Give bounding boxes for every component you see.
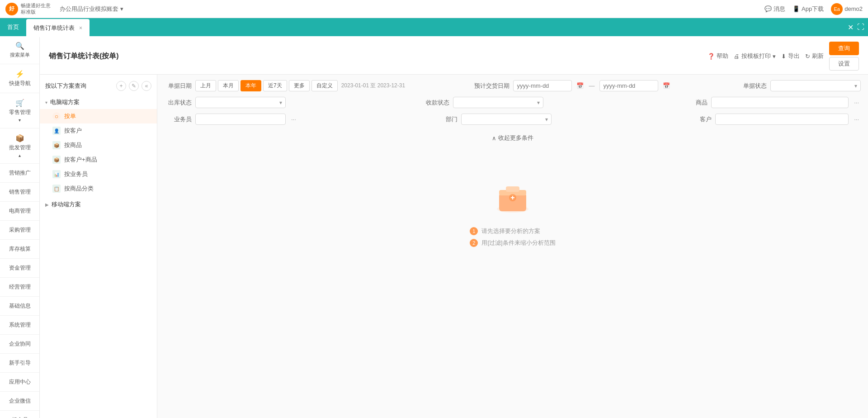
sidebar-item-system[interactable]: 系统管理: [0, 316, 39, 335]
salesperson-input[interactable]: [195, 114, 286, 125]
sidebar-item-retail[interactable]: 🛒 零售管理 ▾: [0, 93, 39, 128]
sidebar-item-basic[interactable]: 基础信息: [0, 297, 39, 316]
empty-icon: [490, 173, 535, 218]
sidebar-item-wechat[interactable]: 企业微信: [0, 392, 39, 411]
date-btn-lastmonth[interactable]: 上月: [195, 80, 216, 91]
customer-input[interactable]: [715, 114, 849, 125]
sidebar-item-marketing[interactable]: 营销推广: [0, 164, 39, 183]
set-button[interactable]: 设置: [829, 57, 859, 71]
refresh-button[interactable]: ↻ 刷新: [805, 52, 824, 60]
payment-status-label: 收款状态: [422, 99, 449, 107]
edit-scheme-button[interactable]: ✎: [129, 81, 139, 91]
date-btn-more[interactable]: 更多: [289, 80, 310, 91]
sidebar-item-inventory[interactable]: 库存核算: [0, 240, 39, 259]
chevron-down-icon: ▾: [120, 5, 123, 12]
main: 🔍 帮助 搜索菜单 ⚡ 快捷导航 🛒 零售管理 ▾ 📦 批发管理 ▴ 营销推广 …: [0, 36, 868, 418]
date-btn-thisyear[interactable]: 本年: [241, 80, 261, 91]
goods-input[interactable]: [711, 97, 849, 108]
mobile-arrow-icon: ▶: [45, 202, 49, 207]
hint-num-2: 2: [470, 239, 478, 247]
help-button[interactable]: ❓ 帮助: [708, 52, 728, 60]
tab-expand-icon[interactable]: ⛶: [857, 23, 864, 32]
goods-ellipsis-icon[interactable]: ···: [852, 99, 861, 106]
calendar-start-icon[interactable]: 📅: [576, 82, 584, 89]
filter-row-date: 单据日期 上月 本月 本年 近7天 更多 自定义 2023-01-01 至 20…: [165, 80, 861, 91]
date-btn-custom[interactable]: 自定义: [311, 80, 338, 91]
date-btn-7days[interactable]: 近7天: [263, 80, 287, 91]
message-icon: 💬: [764, 5, 772, 12]
export-button[interactable]: ⬇ 导出: [781, 52, 800, 60]
inner-layout: 按以下方案查询 + ✎ « ▾ 电脑端方案 ○ 按单: [40, 75, 868, 418]
scheme-item-by-customer-goods[interactable]: 📦 按客户+商品: [40, 152, 157, 167]
print-button[interactable]: 🖨 按模板打印 ▾: [734, 52, 776, 60]
dept-label: 部门: [430, 115, 458, 124]
sidebar: 🔍 帮助 搜索菜单 ⚡ 快捷导航 🛒 零售管理 ▾ 📦 批发管理 ▴ 营销推广 …: [0, 36, 40, 418]
collapse-panel-button[interactable]: «: [142, 81, 151, 91]
collapse-button[interactable]: ∧ 收起更多条件: [165, 130, 861, 146]
tab-home[interactable]: 首页: [0, 18, 26, 36]
sidebar-item-sales[interactable]: 销售管理: [0, 183, 39, 202]
filter-row-status: 出库状态 收款状态 商品: [165, 97, 861, 108]
tab-close-window-icon[interactable]: ✕: [848, 23, 854, 32]
sidebar-item-finance[interactable]: 资金管理: [0, 259, 39, 278]
export-icon: ⬇: [781, 53, 786, 60]
tab-close-icon[interactable]: ×: [79, 25, 82, 31]
customer-ellipsis-icon[interactable]: ···: [852, 116, 861, 123]
category-arrow-icon: ▾: [45, 100, 47, 105]
sidebar-item-apps[interactable]: 应用中心: [0, 373, 39, 392]
date-dash: —: [589, 82, 595, 89]
sidebar-item-operations[interactable]: 经营管理: [0, 278, 39, 297]
pc-scheme-category[interactable]: ▾ 电脑端方案: [40, 95, 157, 109]
scheme-icon-goods: 📦: [52, 141, 61, 149]
avatar: Ea: [831, 3, 843, 15]
hint-num-1: 1: [470, 227, 478, 235]
quicknav-icon: ⚡: [15, 70, 24, 78]
wholesale-icon: 📦: [15, 134, 24, 142]
hint-item-1: 1 请先选择要分析的方案: [470, 227, 555, 235]
sidebar-item-wholesale[interactable]: 📦 批发管理 ▴: [0, 128, 39, 164]
calendar-end-icon[interactable]: 📅: [663, 82, 670, 89]
delivery-date-label: 预计交货日期: [474, 82, 509, 90]
page-header: 销售订单统计表(按单) ❓ 帮助 🖨 按模板打印 ▾ ⬇ 导出 ↻ 刷新: [40, 36, 868, 75]
date-buttons: 上月 本月 本年 近7天 更多 自定义: [195, 80, 338, 91]
sidebar-item-quicknav[interactable]: ⚡ 快捷导航: [0, 64, 39, 93]
scheme-item-by-goods[interactable]: 📦 按商品: [40, 138, 157, 152]
scheme-item-by-salesperson[interactable]: 📊 按业务员: [40, 167, 157, 181]
sidebar-item-ecommerce[interactable]: 电商管理: [0, 202, 39, 221]
message-button[interactable]: 💬 消息: [764, 5, 785, 13]
tab-sales-stat[interactable]: 销售订单统计表 ×: [26, 19, 90, 37]
sidebar-item-purchase[interactable]: 采购管理: [0, 221, 39, 240]
query-button[interactable]: 查询: [829, 42, 859, 55]
delivery-status-select-wrap: [195, 97, 286, 108]
delivery-status-select[interactable]: [195, 97, 286, 108]
scheme-icon-customer-goods: 📦: [52, 156, 61, 164]
collapse-icon: ∧: [492, 135, 496, 142]
scheme-icon-order: ○: [52, 112, 61, 120]
delivery-date-end[interactable]: [599, 80, 658, 91]
left-panel-actions: + ✎ «: [116, 81, 151, 91]
delivery-date-start[interactable]: [513, 80, 572, 91]
scheme-item-by-order[interactable]: ○ 按单: [40, 109, 157, 124]
action-buttons: 查询 设置: [829, 42, 859, 71]
right-panel: 单据日期 上月 本月 本年 近7天 更多 自定义 2023-01-01 至 20…: [157, 75, 868, 418]
add-scheme-button[interactable]: +: [116, 81, 126, 91]
sidebar-item-newuser[interactable]: 新手引导: [0, 354, 39, 373]
sidebar-item-member[interactable]: 畅会员: [0, 411, 39, 418]
page-title: 销售订单统计表(按单): [49, 52, 119, 61]
salesperson-label: 业务员: [165, 115, 192, 124]
salesperson-ellipsis-icon[interactable]: ···: [289, 116, 298, 123]
doc-status-select[interactable]: [770, 80, 861, 91]
sidebar-item-corp[interactable]: 企业协同: [0, 335, 39, 354]
mobile-scheme-section[interactable]: ▶ 移动端方案: [40, 198, 157, 211]
date-btn-thismonth[interactable]: 本月: [218, 80, 239, 91]
user-menu[interactable]: Ea demo2: [831, 3, 863, 15]
filter-row-person: 业务员 ··· 部门 客户 ···: [165, 114, 861, 125]
dept-select[interactable]: [461, 114, 552, 125]
hint-item-2: 2 用[过滤]条件来缩小分析范围: [470, 239, 555, 247]
app-download-button[interactable]: 📱 App下载: [793, 5, 824, 13]
scheme-item-by-category[interactable]: 📋 按商品分类: [40, 181, 157, 196]
scheme-item-by-customer[interactable]: 👤 按客户: [40, 124, 157, 138]
sidebar-search[interactable]: 🔍 帮助 搜索菜单: [0, 36, 39, 64]
payment-status-select[interactable]: [453, 97, 543, 108]
industry-selector[interactable]: 办公用品行业模拟账套 ▾: [60, 5, 123, 13]
